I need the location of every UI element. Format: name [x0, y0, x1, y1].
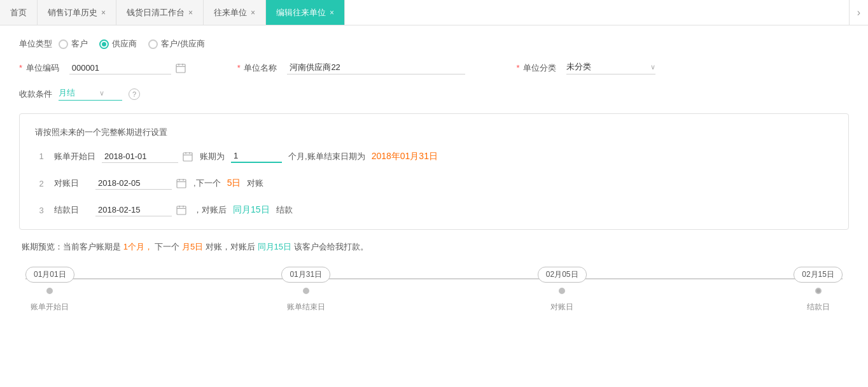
preview-highlight1: 1个月， — [123, 242, 153, 251]
period-date-group-3 — [95, 204, 187, 216]
radio-customer[interactable]: 客户 — [59, 38, 88, 50]
unit-name-label: * 单位名称 — [237, 62, 277, 74]
timeline-sublabel-2: 账单结束日 — [287, 302, 325, 313]
period-row-2: 2 对账日 ,下一个 5日 对账 — [35, 177, 833, 190]
period-row-1: 1 账单开始日 账期为 个月,账单结束日期为 2018年01月31日 — [35, 150, 833, 163]
unit-category-label: * 单位分类 — [516, 62, 556, 74]
payment-terms-value: 月结 — [59, 87, 97, 99]
timeline-sublabel-1: 账单开始日 — [31, 302, 69, 313]
radio-supplier-circle — [99, 39, 109, 49]
period-date-input-3[interactable] — [95, 204, 172, 216]
timeline-node-4: 02月15日 结款日 — [794, 267, 843, 313]
period-date-input-2[interactable] — [95, 177, 172, 190]
period-date-group-1 — [102, 150, 193, 163]
tab-cash-ledger-label: 钱货日清工作台 — [127, 7, 185, 18]
period-row3-suffix: 结款 — [276, 204, 293, 216]
tab-sales-history-close[interactable]: × — [101, 8, 106, 17]
unit-code-star: * — [19, 63, 22, 73]
period-box-title: 请按照未来的一个完整帐期进行设置 — [35, 127, 833, 138]
period-value-input[interactable] — [231, 150, 282, 163]
period-label-1: 账单开始日 — [54, 151, 95, 162]
radio-both-circle — [148, 39, 158, 49]
tab-partner-unit-label: 往来单位 — [214, 7, 247, 18]
timeline-sublabel-3: 对账日 — [550, 302, 573, 313]
timeline-dot-4 — [815, 288, 822, 294]
timeline-items: 01月01日 账单开始日 01月31日 账单结束日 02月05日 对账日 02月… — [25, 267, 843, 313]
help-icon[interactable]: ? — [129, 88, 140, 100]
tab-partner-unit[interactable]: 往来单位 × — [204, 0, 266, 25]
period-date-input-1[interactable] — [102, 150, 178, 163]
unit-type-radio-group: 客户 供应商 客户/供应商 — [59, 38, 205, 50]
tab-edit-partner-label: 编辑往来单位 — [276, 7, 326, 18]
unit-code-group: * 单位编码 — [19, 62, 186, 74]
unit-name-group: * 单位名称 — [237, 62, 466, 74]
radio-supplier[interactable]: 供应商 — [99, 38, 137, 50]
period-date-calendar-icon-3[interactable] — [176, 204, 187, 216]
radio-supplier-label: 供应商 — [112, 38, 137, 50]
timeline-pill-1: 01月01日 — [25, 267, 74, 283]
tab-home[interactable]: 首页 — [0, 0, 38, 25]
svg-rect-12 — [177, 206, 186, 215]
unit-category-dropdown[interactable]: 未分类 ∨ — [566, 61, 655, 74]
radio-customer-circle — [59, 39, 68, 49]
timeline-node-3: 02月05日 对账日 — [538, 267, 587, 313]
svg-rect-0 — [176, 64, 185, 73]
period-row3-prefix: ，对账后 — [193, 204, 227, 216]
preview-section: 账期预览：当前客户账期是 1个月， 下一个 月5日 对账，对账后 同月15日 该… — [19, 241, 849, 253]
unit-type-label: 单位类型 — [19, 38, 52, 50]
payment-terms-dropdown[interactable]: 月结 ∨ — [59, 87, 122, 101]
payment-terms-label: 收款条件 — [19, 88, 52, 100]
tab-partner-unit-close[interactable]: × — [251, 8, 255, 17]
unit-name-star: * — [237, 63, 241, 73]
period-suffix-before: 个月,账单结束日期为 — [288, 151, 365, 162]
preview-middle1: 下一个 — [155, 242, 179, 251]
tab-cash-ledger-close[interactable]: × — [188, 8, 193, 17]
svg-rect-8 — [177, 179, 186, 188]
page-content: 单位类型 客户 供应商 客户/供应商 * 单位编码 — [0, 25, 868, 387]
payment-terms-arrow: ∨ — [99, 89, 104, 97]
period-row2-highlight: 5日 — [227, 178, 241, 189]
period-row-3: 3 结款日 ，对账后 同月15日 结款 — [35, 204, 833, 216]
tabs-bar: 首页 销售订单历史 × 钱货日清工作台 × 往来单位 × 编辑往来单位 × › — [0, 0, 868, 25]
tab-scroll-arrow[interactable]: › — [849, 0, 868, 25]
timeline-pill-4: 02月15日 — [794, 267, 843, 283]
unit-code-label: * 单位编码 — [19, 62, 59, 74]
radio-both-label: 客户/供应商 — [161, 38, 205, 50]
period-row3-highlight: 同月15日 — [233, 204, 270, 216]
timeline-node-1: 01月01日 账单开始日 — [25, 267, 74, 313]
unit-category-arrow: ∨ — [650, 63, 655, 71]
period-date-group-2 — [95, 177, 187, 190]
radio-customer-label: 客户 — [71, 38, 88, 50]
period-end-date: 2018年01月31日 — [372, 151, 438, 162]
preview-highlight3: 同月15日 — [258, 242, 291, 251]
tab-edit-partner[interactable]: 编辑往来单位 × — [266, 0, 345, 25]
period-date-calendar-icon-1[interactable] — [182, 151, 193, 162]
tab-cash-ledger[interactable]: 钱货日清工作台 × — [116, 0, 204, 25]
timeline-node-2: 01月31日 账单结束日 — [281, 267, 330, 313]
timeline-dot-2 — [303, 288, 309, 294]
tab-sales-history[interactable]: 销售订单历史 × — [38, 0, 116, 25]
period-num-3: 3 — [35, 206, 48, 215]
tab-edit-partner-close[interactable]: × — [330, 8, 334, 17]
preview-highlight2: 月5日 — [182, 242, 203, 251]
tab-sales-history-label: 销售订单历史 — [48, 7, 97, 18]
unit-type-row: 单位类型 客户 供应商 客户/供应商 — [19, 38, 849, 50]
unit-code-calendar-icon[interactable] — [175, 62, 186, 74]
timeline-sublabel-4: 结款日 — [807, 302, 830, 313]
tab-home-label: 首页 — [10, 7, 27, 18]
timeline-dot-3 — [559, 288, 565, 294]
period-num-1: 1 — [35, 151, 48, 161]
period-date-calendar-icon-2[interactable] — [176, 178, 187, 189]
unit-code-input-group — [69, 62, 186, 74]
unit-name-input[interactable] — [287, 62, 465, 74]
unit-code-input[interactable] — [69, 62, 171, 74]
svg-rect-4 — [183, 153, 192, 161]
radio-both[interactable]: 客户/供应商 — [148, 38, 205, 50]
unit-category-star: * — [516, 63, 519, 73]
payment-terms-row: 收款条件 月结 ∨ ? — [19, 87, 849, 101]
period-label-period: 账期为 — [200, 151, 225, 162]
preview-suffix: 该客户会给我打款。 — [294, 242, 368, 251]
timeline-container: 01月01日 账单开始日 01月31日 账单结束日 02月05日 对账日 02月… — [25, 267, 843, 313]
preview-prefix: 账期预览：当前客户账期是 — [22, 242, 121, 251]
period-label-3: 结款日 — [54, 204, 89, 216]
